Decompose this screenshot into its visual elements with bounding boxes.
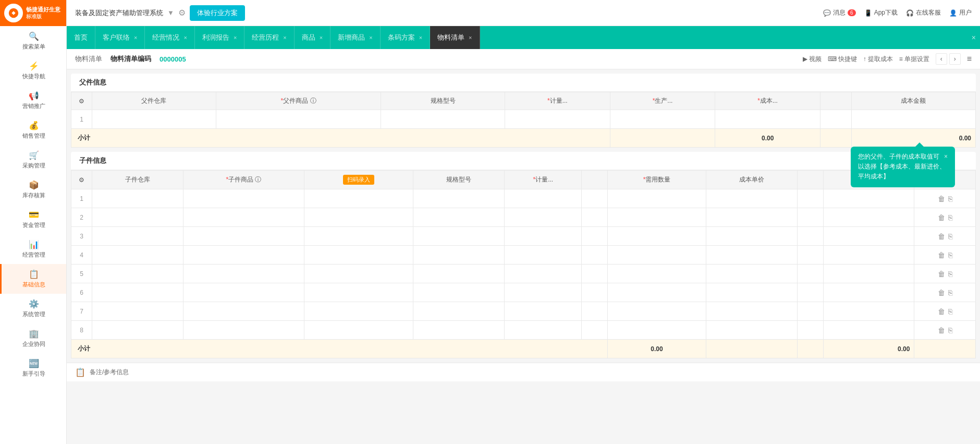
child-row-2-unit-cost[interactable]: [706, 208, 797, 227]
toolbar-shortcut-btn[interactable]: ⌨ 快捷键: [828, 55, 857, 64]
tab-new-goods-close[interactable]: ×: [369, 34, 372, 41]
child-row-3-warehouse[interactable]: [92, 227, 183, 246]
sidebar-item-purchase[interactable]: 🛒 采购管理: [0, 145, 66, 175]
child-row-3-needed-qty[interactable]: [608, 227, 706, 246]
child-row-8-warehouse[interactable]: [92, 321, 183, 340]
app-download-item[interactable]: 📱 App下载: [864, 8, 898, 17]
child-row-7-warehouse[interactable]: [92, 302, 183, 321]
system-dropdown-icon[interactable]: ▼: [167, 9, 174, 17]
tooltip-close-btn[interactable]: ×: [944, 152, 948, 162]
tab-history[interactable]: 经营历程 ×: [244, 26, 294, 49]
message-item[interactable]: 💬 消息 6: [823, 8, 856, 17]
child-row-2-warehouse[interactable]: [92, 208, 183, 227]
child-row-7-unit-cost[interactable]: [706, 302, 797, 321]
child-row-4-warehouse[interactable]: [92, 246, 183, 265]
page-next-btn[interactable]: ›: [949, 53, 961, 65]
toolbar-doc-settings-btn[interactable]: ≡ 单据设置: [899, 55, 929, 64]
child-row-8-unit[interactable]: [505, 321, 582, 340]
sidebar-item-basic-info[interactable]: 📋 基础信息: [0, 264, 66, 294]
experience-btn[interactable]: 体验行业方案: [190, 5, 245, 21]
child-row-4-goods[interactable]: [183, 246, 304, 265]
child-row-3-goods[interactable]: [183, 227, 304, 246]
child-row-3-unit[interactable]: [505, 227, 582, 246]
child-row-2-copy-btn[interactable]: ⎘: [948, 213, 952, 222]
sidebar-item-inventory[interactable]: 📦 库存核算: [0, 175, 66, 205]
online-service-item[interactable]: 🎧 在线客服: [906, 8, 941, 17]
tab-bom-close[interactable]: ×: [469, 34, 472, 41]
child-row-6-unit[interactable]: [505, 283, 582, 302]
child-row-1-needed-qty[interactable]: [608, 189, 706, 208]
toolbar-video-btn[interactable]: ▶ 视频: [803, 55, 822, 64]
tab-goods[interactable]: 商品 ×: [295, 26, 330, 49]
child-row-3-delete-btn[interactable]: 🗑: [938, 232, 945, 241]
child-row-2-needed-qty[interactable]: [608, 208, 706, 227]
parent-row-1-unit[interactable]: [505, 110, 610, 129]
sidebar-item-guide[interactable]: 🆕 新手引导: [0, 353, 66, 383]
toolbar-extract-cost-btn[interactable]: ↑ 提取成本: [863, 55, 893, 64]
child-row-6-spec[interactable]: [413, 283, 505, 302]
child-row-1-unit-cost[interactable]: [706, 189, 797, 208]
child-row-1-spec[interactable]: [413, 189, 505, 208]
tab-history-close[interactable]: ×: [283, 34, 286, 41]
tab-business-close[interactable]: ×: [183, 34, 187, 41]
child-row-1-goods[interactable]: [183, 189, 304, 208]
child-row-6-needed-qty[interactable]: [608, 283, 706, 302]
child-row-2-unit[interactable]: [505, 208, 582, 227]
parent-col-settings[interactable]: ⚙: [71, 92, 92, 110]
child-row-6-warehouse[interactable]: [92, 283, 183, 302]
child-row-3-spec[interactable]: [413, 227, 505, 246]
parent-row-1-production[interactable]: [610, 110, 715, 129]
child-row-4-copy-btn[interactable]: ⎘: [948, 251, 952, 259]
child-row-5-copy-btn[interactable]: ⎘: [948, 270, 952, 278]
child-row-7-spec[interactable]: [413, 302, 505, 321]
child-row-2-spec[interactable]: [413, 208, 505, 227]
tab-new-goods[interactable]: 新增商品 ×: [330, 26, 380, 49]
sidebar-item-operations[interactable]: 📊 经营管理: [0, 234, 66, 264]
child-row-5-delete-btn[interactable]: 🗑: [938, 270, 945, 278]
parent-row-1-cost[interactable]: [715, 110, 820, 129]
child-row-4-unit-cost[interactable]: [706, 246, 797, 265]
sidebar-item-enterprise[interactable]: 🏢 企业协同: [0, 323, 66, 353]
child-row-6-copy-btn[interactable]: ⎘: [948, 289, 952, 297]
sidebar-item-system[interactable]: ⚙️ 系统管理: [0, 294, 66, 323]
child-row-8-spec[interactable]: [413, 321, 505, 340]
user-item[interactable]: 👤 用户: [949, 8, 972, 17]
child-row-6-delete-btn[interactable]: 🗑: [938, 289, 945, 297]
tab-business[interactable]: 经营情况 ×: [145, 26, 194, 49]
child-row-1-unit[interactable]: [505, 189, 582, 208]
child-row-5-spec[interactable]: [413, 265, 505, 283]
breadcrumb-bom[interactable]: 物料清单: [75, 54, 102, 64]
tab-customers-close[interactable]: ×: [134, 34, 137, 41]
child-row-1-delete-btn[interactable]: 🗑: [938, 195, 945, 203]
child-row-7-unit[interactable]: [505, 302, 582, 321]
child-row-8-copy-btn[interactable]: ⎘: [948, 326, 952, 334]
tab-customers[interactable]: 客户联络 ×: [95, 26, 145, 49]
tab-nav-close-icon[interactable]: ×: [972, 33, 976, 42]
child-row-4-spec[interactable]: [413, 246, 505, 265]
scan-input-btn[interactable]: 扫码录入: [343, 175, 374, 185]
child-col-settings[interactable]: ⚙: [71, 171, 92, 189]
sidebar-item-sales[interactable]: 💰 销售管理: [0, 115, 66, 145]
parent-row-1-goods[interactable]: [216, 110, 381, 129]
child-row-5-needed-qty[interactable]: [608, 265, 706, 283]
tab-bom[interactable]: 物料清单 ×: [430, 26, 480, 49]
child-row-3-unit-cost[interactable]: [706, 227, 797, 246]
tab-profit[interactable]: 利润报告 ×: [195, 26, 244, 49]
tab-profit-close[interactable]: ×: [234, 34, 237, 41]
tab-barcode-close[interactable]: ×: [419, 34, 422, 41]
child-row-7-goods[interactable]: [183, 302, 304, 321]
child-row-8-unit-cost[interactable]: [706, 321, 797, 340]
child-row-6-goods[interactable]: [183, 283, 304, 302]
child-row-7-needed-qty[interactable]: [608, 302, 706, 321]
child-row-5-warehouse[interactable]: [92, 265, 183, 283]
child-row-5-unit-cost[interactable]: [706, 265, 797, 283]
settings-icon[interactable]: ⚙: [178, 8, 186, 18]
tab-goods-close[interactable]: ×: [320, 34, 323, 41]
child-row-4-unit[interactable]: [505, 246, 582, 265]
sidebar-item-marketing[interactable]: 📢 营销推广: [0, 86, 66, 115]
child-row-8-needed-qty[interactable]: [608, 321, 706, 340]
child-row-8-delete-btn[interactable]: 🗑: [938, 326, 945, 334]
tab-home[interactable]: 首页: [67, 26, 95, 49]
child-row-7-delete-btn[interactable]: 🗑: [938, 307, 945, 316]
child-row-4-delete-btn[interactable]: 🗑: [938, 251, 945, 259]
